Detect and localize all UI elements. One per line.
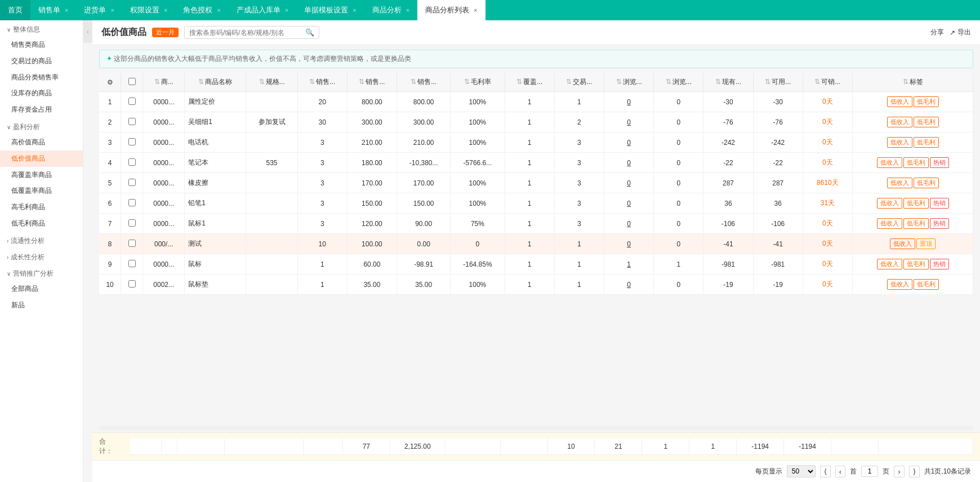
sidebar-item-high-value[interactable]: 高价值商品 — [0, 134, 83, 151]
first-page-button[interactable]: ⟨ — [820, 466, 831, 477]
per-page-select[interactable]: 50 100 200 — [787, 465, 816, 477]
close-icon-roles[interactable]: × — [217, 0, 220, 20]
product-tag[interactable]: 低收入 — [887, 279, 912, 290]
product-tag[interactable]: 热销 — [930, 259, 949, 269]
sidebar-group-profit-analysis[interactable]: ∨盈利分析 — [0, 118, 83, 134]
horizontal-scrollbar[interactable] — [99, 426, 973, 430]
sidebar-item-unsold[interactable]: 没库存的商品 — [0, 85, 83, 101]
row-checkbox[interactable] — [128, 240, 136, 247]
sidebar-group-marketing-analysis[interactable]: ∨营销推广分析 — [0, 264, 83, 281]
next-page-button[interactable]: › — [894, 466, 904, 477]
sidebar-item-high-profit[interactable]: 高毛利商品 — [0, 199, 83, 215]
nav-item-purchase[interactable]: 进货单 × — [76, 0, 122, 20]
product-tag[interactable]: 热销 — [930, 218, 949, 229]
sidebar-item-traded-products[interactable]: 交易过的商品 — [0, 53, 83, 69]
col-header-name[interactable]: ⇅商品名称 — [185, 73, 246, 92]
col-header-sales_avg[interactable]: ⇅销售... — [397, 73, 451, 92]
browse1-link[interactable]: 0 — [627, 159, 631, 167]
search-input[interactable] — [189, 29, 302, 37]
browse1-link[interactable]: 0 — [627, 240, 631, 248]
row-checkbox[interactable] — [128, 179, 136, 186]
product-tag[interactable]: 低收入 — [887, 96, 912, 107]
row-checkbox[interactable] — [128, 138, 136, 145]
product-tag[interactable]: 低收入 — [887, 117, 912, 127]
row-checkbox[interactable] — [128, 280, 136, 288]
page-number-input[interactable] — [861, 466, 878, 477]
nav-item-sales[interactable]: 销售单 × — [30, 0, 76, 20]
browse1-link[interactable]: 1 — [627, 260, 631, 268]
col-header-current_stock[interactable]: ⇅现有... — [703, 73, 753, 92]
row-checkbox[interactable] — [128, 219, 136, 227]
browse1-link[interactable]: 0 — [627, 179, 631, 187]
product-tag[interactable]: 低毛利 — [903, 157, 929, 168]
col-header-gross_margin[interactable]: ⇅毛利率 — [451, 73, 505, 92]
nav-item-home[interactable]: 首页 — [0, 0, 30, 20]
product-tag[interactable]: 低毛利 — [914, 96, 939, 107]
col-header-spec[interactable]: ⇅规格... — [246, 73, 297, 92]
last-page-button[interactable]: ⟩ — [909, 466, 920, 477]
product-tag[interactable]: 低毛利 — [914, 279, 939, 290]
product-tag[interactable]: 低收入 — [877, 218, 902, 229]
row-checkbox[interactable] — [128, 260, 136, 267]
col-header-checkbox[interactable] — [121, 73, 143, 92]
close-icon-template[interactable]: × — [353, 0, 356, 20]
share-button[interactable]: 分享 — [930, 28, 944, 37]
browse1-link[interactable]: 0 — [627, 281, 631, 289]
product-tag[interactable]: 低收入 — [887, 137, 912, 148]
settings-icon[interactable]: ⚙ — [107, 78, 113, 86]
browse1-link[interactable]: 0 — [627, 220, 631, 228]
sidebar-item-low-coverage[interactable]: 低覆盖率商品 — [0, 183, 83, 199]
browse1-link[interactable]: 0 — [627, 139, 631, 147]
sidebar-item-category-sales[interactable]: 商品分类销售率 — [0, 69, 83, 86]
row-checkbox[interactable] — [128, 98, 136, 105]
close-icon-warehouse[interactable]: × — [285, 0, 288, 20]
product-tag[interactable]: 低毛利 — [914, 117, 939, 127]
col-header-browse2[interactable]: ⇅浏览... — [654, 73, 703, 92]
select-all-checkbox[interactable] — [128, 78, 136, 85]
sidebar-item-high-coverage[interactable]: 高覆盖率商品 — [0, 167, 83, 183]
sidebar-item-low-profit[interactable]: 低毛利商品 — [0, 215, 83, 232]
close-icon-product-list[interactable]: × — [474, 0, 477, 20]
row-checkbox[interactable] — [128, 199, 136, 206]
row-checkbox[interactable] — [128, 158, 136, 166]
browse1-link[interactable]: 0 — [627, 98, 631, 106]
nav-item-template[interactable]: 单据模板设置 × — [296, 0, 364, 20]
product-tag[interactable]: 低收入 — [890, 238, 915, 249]
sidebar-collapse-button[interactable]: ‹ — [83, 20, 92, 43]
nav-item-permissions[interactable]: 权限设置 × — [122, 0, 175, 20]
product-tag[interactable]: 低收入 — [877, 259, 902, 269]
close-icon-permissions[interactable]: × — [164, 0, 167, 20]
nav-item-product-analysis[interactable]: 商品分析 × — [364, 0, 417, 20]
sidebar-item-sales-products[interactable]: 销售类商品 — [0, 37, 83, 53]
product-tag[interactable]: 低毛利 — [903, 259, 929, 269]
sidebar-group-growth-analysis[interactable]: ›成长性分析 — [0, 248, 83, 264]
close-icon-product-analysis[interactable]: × — [406, 0, 409, 20]
browse1-link[interactable]: 0 — [627, 118, 631, 126]
col-header-browse1[interactable]: ⇅浏览... — [604, 73, 653, 92]
export-button[interactable]: ↗ 导出 — [950, 28, 971, 37]
close-icon-sales[interactable]: × — [65, 0, 68, 20]
nav-item-product-list[interactable]: 商品分析列表 × — [417, 0, 485, 20]
product-tag[interactable]: 低收入 — [877, 157, 902, 168]
product-tag[interactable]: 热销 — [930, 157, 949, 168]
product-tag[interactable]: 低毛利 — [903, 198, 929, 209]
sidebar-item-all-products[interactable]: 全部商品 — [0, 281, 83, 297]
sidebar-item-low-value[interactable]: 低价值商品 — [0, 151, 83, 167]
col-header-tag[interactable]: ⇅标签 — [853, 73, 973, 92]
product-tag[interactable]: 低毛利 — [903, 218, 929, 229]
col-header-sales_amount[interactable]: ⇅销售... — [347, 73, 397, 92]
row-checkbox[interactable] — [128, 118, 136, 125]
product-tag[interactable]: 低毛利 — [914, 137, 939, 148]
col-header-transaction[interactable]: ⇅交易... — [554, 73, 604, 92]
search-icon[interactable]: 🔍 — [305, 28, 314, 37]
prev-page-button[interactable]: ‹ — [835, 466, 845, 477]
close-icon-purchase[interactable]: × — [110, 0, 114, 20]
col-header-coverage[interactable]: ⇅覆盖... — [505, 73, 554, 92]
sidebar-item-capital-ratio[interactable]: 库存资金占用 — [0, 101, 83, 118]
col-header-sales_qty[interactable]: ⇅销售... — [297, 73, 347, 92]
product-tag[interactable]: 热销 — [930, 198, 949, 209]
sidebar-item-new-products[interactable]: 新品 — [0, 297, 83, 313]
browse1-link[interactable]: 0 — [627, 200, 631, 207]
col-header-sellable[interactable]: ⇅可销... — [803, 73, 852, 92]
nav-item-warehouse[interactable]: 产成品入库单 × — [229, 0, 296, 20]
